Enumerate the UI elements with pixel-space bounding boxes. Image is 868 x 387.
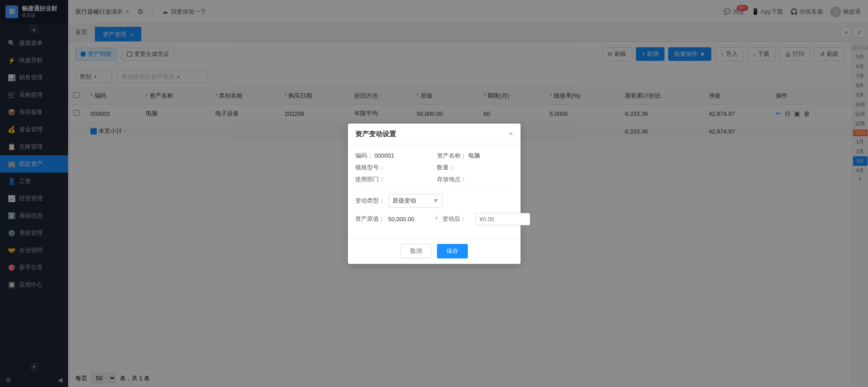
modal-info-grid: 编码： 000001 资产名称： 电脑 规格型号： 数量： 使用部门： bbox=[355, 152, 513, 184]
change-type-select[interactable]: 原值变动 ▼ bbox=[388, 194, 443, 208]
modal-code-row: 编码： 000001 bbox=[355, 152, 432, 160]
modal-quantity-row: 数量： bbox=[437, 164, 513, 172]
change-type-arrow-icon: ▼ bbox=[433, 197, 439, 204]
original-value-display: 50,000.00 bbox=[388, 216, 425, 223]
modal-title: 资产变动设置 bbox=[355, 130, 396, 139]
code-value: 000001 bbox=[375, 152, 394, 159]
cancel-button[interactable]: 取消 bbox=[401, 244, 432, 258]
asset-name-label: 资产名称： bbox=[437, 152, 466, 160]
modal-location-row: 存放地点： bbox=[437, 175, 513, 184]
asset-change-modal: 资产变动设置 × 编码： 000001 资产名称： 电脑 规格型号： 数量： bbox=[348, 124, 521, 264]
modal-close-btn[interactable]: × bbox=[509, 130, 513, 138]
code-label: 编码： bbox=[355, 152, 373, 160]
modal-overlay: 资产变动设置 × 编码： 000001 资产名称： 电脑 规格型号： 数量： bbox=[0, 0, 868, 387]
modal-divider bbox=[355, 189, 513, 189]
modal-spec-row: 规格型号： bbox=[355, 164, 432, 172]
quantity-label: 数量： bbox=[437, 164, 455, 172]
modal-body: 编码： 000001 资产名称： 电脑 规格型号： 数量： 使用部门： bbox=[348, 144, 521, 238]
save-button[interactable]: 保存 bbox=[437, 244, 468, 258]
modal-header: 资产变动设置 × bbox=[348, 124, 521, 144]
change-type-value: 原值变动 bbox=[392, 197, 416, 205]
spec-label: 规格型号： bbox=[355, 164, 385, 172]
modal-footer: 取消 保存 bbox=[348, 238, 521, 264]
modal-name-row: 资产名称： 电脑 bbox=[437, 152, 513, 160]
change-type-label: 变动类型： bbox=[355, 197, 385, 205]
original-value-row: 资产原值： 50,000.00 * 变动后： bbox=[355, 213, 513, 225]
after-value-input[interactable] bbox=[476, 213, 530, 225]
after-label: 变动后： bbox=[442, 215, 472, 223]
required-star: * bbox=[436, 216, 438, 223]
change-type-row: 变动类型： 原值变动 ▼ bbox=[355, 194, 513, 208]
location-label: 存放地点： bbox=[437, 175, 466, 184]
dept-label: 使用部门： bbox=[355, 175, 385, 184]
asset-name-value: 电脑 bbox=[468, 152, 480, 160]
modal-dept-row: 使用部门： bbox=[355, 175, 432, 184]
original-value-label: 资产原值： bbox=[355, 215, 385, 223]
